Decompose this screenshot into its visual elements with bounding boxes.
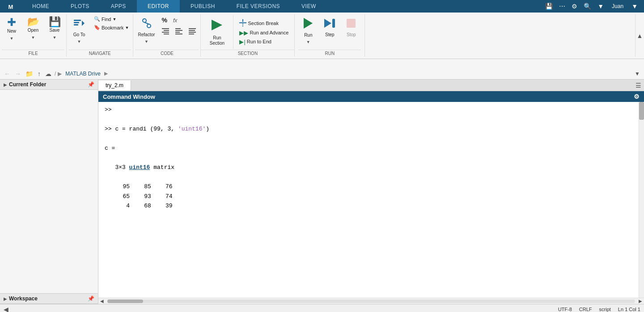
- stop-btn-wrapper: Stop: [341, 15, 361, 39]
- status-back-btn[interactable]: ◀: [4, 306, 8, 312]
- current-folder-pin[interactable]: 📌: [88, 81, 94, 88]
- stop-icon: [345, 17, 357, 32]
- open-arrow[interactable]: ▼: [31, 35, 35, 40]
- path-dropdown-button[interactable]: ▼: [633, 70, 641, 78]
- refactor-arrow[interactable]: ▼: [144, 39, 148, 44]
- section-break-button[interactable]: Section Break: [237, 18, 291, 28]
- status-bar: ◀ UTF-8 CRLF script Ln 1 Col 1: [0, 304, 644, 312]
- m1-3: 76: [155, 182, 173, 191]
- command-scrollbar-v[interactable]: [639, 102, 644, 298]
- scroll-right-btn[interactable]: ▶: [637, 299, 644, 304]
- ribbon-group-run-section: RunSection Section Break: [201, 14, 295, 57]
- workspace-section[interactable]: ▶ Workspace 📌: [0, 293, 98, 304]
- m3-1: 4: [112, 202, 130, 211]
- find-wrapper: 🔍 Find ▼ 🔖 Bookmark ▼: [92, 15, 131, 31]
- scrollbar-h-thumb: [107, 299, 143, 303]
- tab-apps[interactable]: APPS: [100, 0, 137, 13]
- find-button[interactable]: 🔍 Find ▼: [92, 15, 131, 23]
- cmd-line-matrix-desc: 3×3 uint16 matrix: [105, 163, 632, 172]
- user-label[interactable]: Juan: [608, 3, 627, 9]
- prompt-symbol: >>: [105, 106, 112, 113]
- save-icon-btn[interactable]: 💾: [543, 2, 555, 11]
- tab-home[interactable]: HOME: [21, 0, 60, 13]
- settings-icon-btn[interactable]: ⚙: [570, 2, 579, 11]
- find-arrow-icon[interactable]: ▼: [112, 17, 116, 21]
- tab-view[interactable]: VIEW: [291, 0, 327, 13]
- refactor-label: Refactor: [138, 32, 155, 38]
- back-button[interactable]: ←: [3, 69, 12, 78]
- svg-rect-30: [347, 19, 356, 28]
- scrollbar-thumb: [639, 102, 644, 120]
- svg-point-7: [147, 24, 151, 28]
- open-btn-wrapper: 📂 Open ▼: [23, 15, 43, 40]
- save-arrow[interactable]: ▼: [53, 35, 57, 40]
- command-content[interactable]: >> >> c = randi (99, 3, 'uint16') c = 3×…: [98, 102, 639, 298]
- fx-btn[interactable]: fx: [170, 15, 183, 25]
- current-folder-arrow: ▶: [4, 82, 7, 87]
- current-folder-section[interactable]: ▶ Current Folder 📌: [0, 80, 98, 90]
- run-advance-button[interactable]: ▶▶ Run and Advance: [237, 29, 291, 37]
- tab-editor[interactable]: EDITOR: [137, 0, 180, 13]
- new-button[interactable]: ✚ New: [2, 15, 21, 36]
- up-folder-button[interactable]: ↑: [36, 69, 42, 78]
- svg-rect-12: [162, 32, 169, 33]
- editor-tabs-settings[interactable]: ☰: [633, 82, 644, 89]
- run-button[interactable]: Run: [298, 15, 318, 40]
- indent-btn[interactable]: [159, 26, 172, 36]
- run-section-icon: [210, 18, 224, 35]
- section-break-icon: [239, 19, 246, 27]
- percent-btn[interactable]: %: [159, 15, 169, 25]
- stop-label: Stop: [347, 32, 356, 38]
- scrollbar-h-area: ◀ ▶: [98, 298, 644, 304]
- search-icon-btn[interactable]: 🔍: [582, 2, 593, 11]
- path-item-matlab-drive[interactable]: MATLAB Drive: [64, 70, 102, 78]
- new-arrow[interactable]: ▼: [10, 36, 14, 41]
- cmd-line-blank2: [105, 135, 632, 143]
- tab-file-versions[interactable]: FILE VERSIONS: [226, 0, 291, 13]
- run-label: Run: [304, 33, 312, 38]
- run-group-label: RUN: [298, 50, 361, 56]
- refactor-button[interactable]: Refactor: [135, 15, 157, 39]
- goto-arrow[interactable]: ▼: [77, 39, 81, 44]
- bookmark-button[interactable]: 🔖 Bookmark ▼: [92, 24, 131, 31]
- dropdown-icon-btn[interactable]: ▼: [596, 2, 606, 11]
- goto-button[interactable]: Go To: [68, 15, 90, 39]
- bookmark-arrow-icon[interactable]: ▼: [125, 25, 129, 30]
- svg-rect-20: [189, 32, 196, 33]
- svg-rect-10: [162, 28, 169, 29]
- goto-btn-wrapper: Go To ▼: [68, 15, 90, 44]
- tab-plots[interactable]: PLOTS: [60, 0, 100, 13]
- cmd-randi-prefix: >> c = randi (99, 3,: [105, 126, 178, 132]
- more-icon-btn[interactable]: ⋯: [557, 2, 567, 11]
- current-folder-content: [0, 90, 98, 293]
- workspace-pin[interactable]: 📌: [88, 295, 94, 302]
- command-window-gear[interactable]: ⚙: [634, 93, 640, 100]
- browse-folder-button[interactable]: 📁: [24, 69, 34, 78]
- scrollbar-h-track[interactable]: [107, 299, 635, 303]
- svg-rect-24: [239, 22, 246, 23]
- forward-button[interactable]: →: [13, 69, 22, 78]
- command-window-body: >> >> c = randi (99, 3, 'uint16') c = 3×…: [98, 102, 644, 298]
- ribbon: ✚ New ▼ 📂 Open ▼ 💾 Save: [0, 13, 644, 68]
- run-section-button[interactable]: RunSection: [204, 16, 229, 48]
- cmd-line-c-equals: c =: [105, 144, 632, 153]
- stop-button[interactable]: Stop: [341, 15, 361, 39]
- comment-btn[interactable]: [173, 26, 185, 36]
- step-button[interactable]: Step: [320, 15, 339, 39]
- tab-try2m[interactable]: try_2.m: [98, 80, 131, 90]
- save-button[interactable]: 💾 Save: [45, 15, 64, 35]
- scroll-left-btn[interactable]: ◀: [98, 299, 106, 304]
- run-arrow[interactable]: ▼: [306, 40, 310, 44]
- ribbon-collapse-button[interactable]: ▲: [635, 14, 644, 57]
- user-dropdown-icon[interactable]: ▼: [630, 2, 640, 11]
- ribbon-group-run: Run ▼ Step: [295, 14, 365, 57]
- step-btn-wrapper: Step: [320, 15, 339, 39]
- open-button[interactable]: 📂 Open: [23, 15, 43, 35]
- uint16-link[interactable]: uint16: [129, 164, 150, 171]
- svg-rect-14: [175, 28, 181, 29]
- tab-publish[interactable]: PUBLISH: [180, 0, 226, 13]
- run-end-button[interactable]: ▶| Run to End: [237, 38, 291, 46]
- svg-point-6: [143, 19, 146, 22]
- wrap-btn[interactable]: [186, 26, 199, 36]
- workspace-title: Workspace: [9, 295, 38, 302]
